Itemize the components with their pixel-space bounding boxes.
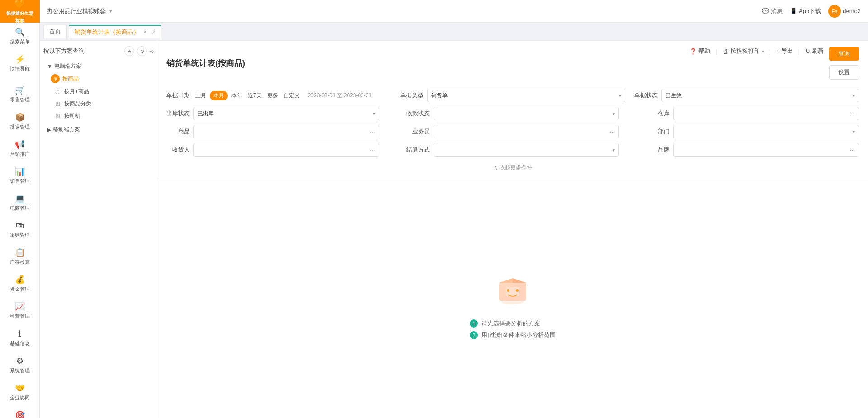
app-download-btn[interactable]: 📱 App下载: [790, 7, 821, 15]
left-panel-actions: + ⊙ «: [124, 46, 153, 56]
mobile-scheme-group: ▶ 移动端方案: [43, 124, 153, 135]
filter-sales-rep: 业务员 ···: [406, 125, 619, 138]
date-tab-7days[interactable]: 近7天: [246, 91, 264, 100]
warehouse-more[interactable]: ···: [849, 110, 855, 117]
scheme-product-icon: 按: [51, 74, 60, 83]
receiver-more[interactable]: ···: [370, 146, 375, 153]
message-btn[interactable]: 💬 消息: [762, 7, 783, 15]
sidebar-item-ops[interactable]: 📈 经营管理: [0, 297, 39, 324]
product-more[interactable]: ···: [370, 128, 375, 135]
left-panel: 按以下方案查询 + ⊙ « ▼ 电脑端方案: [40, 41, 157, 418]
sidebar-item-wholesale[interactable]: 📦 批发管理: [0, 108, 39, 135]
settle-input[interactable]: ▾: [434, 143, 619, 157]
help-icon: ❓: [689, 48, 697, 55]
doc-type-input[interactable]: 销货单 ▾: [427, 89, 625, 102]
sidebar-purchase-label: 采购管理: [10, 232, 30, 238]
receiver-input[interactable]: ···: [193, 143, 379, 157]
sidebar-item-purchase[interactable]: 🛍 采购管理: [0, 216, 39, 243]
sales-rep-input[interactable]: ···: [434, 125, 619, 138]
date-tab-more[interactable]: 更多: [265, 91, 280, 100]
collect-status-arrow: ▾: [613, 111, 615, 116]
scheme-by-category[interactable]: 图 按商品分类: [51, 98, 153, 110]
sidebar-item-corp[interactable]: 🤝 企业协同: [0, 379, 39, 406]
sidebar-wholesale-label: 批发管理: [10, 124, 30, 130]
date-tab-this-year[interactable]: 本年: [230, 91, 244, 100]
date-range-display: 2023-03-01 至 2023-03-31: [308, 92, 372, 100]
inventory-icon: 📋: [15, 247, 25, 257]
doc-type-arrow: ▾: [619, 93, 621, 98]
export-icon: ↑: [776, 48, 779, 55]
sidebar-item-finance[interactable]: 💰 资金管理: [0, 270, 39, 297]
collapse-arrow-icon: ∧: [494, 165, 498, 171]
ops-icon: 📈: [15, 302, 25, 312]
scheme-by-cashier[interactable]: 图 按司机: [51, 110, 153, 122]
settings-button[interactable]: 设置: [829, 65, 859, 80]
sidebar-sales-label: 销售管理: [10, 178, 30, 185]
sidebar-item-newbie[interactable]: 🎯 新手引导: [0, 406, 39, 418]
user-profile[interactable]: Ea demo2: [828, 5, 861, 18]
date-tab-custom[interactable]: 自定义: [282, 91, 302, 100]
sidebar-item-basic[interactable]: ℹ 基础信息: [0, 324, 39, 352]
tab-close-btn[interactable]: ×: [144, 29, 146, 34]
date-tab-this-month[interactable]: 本月: [210, 91, 228, 100]
doc-status-input[interactable]: 已生效 ▾: [661, 89, 859, 102]
filter-collect-status: 收款状态 ▾: [406, 107, 619, 120]
svg-point-4: [507, 289, 509, 292]
filter-row-3: 商品 ··· 业务员 ···: [166, 125, 859, 138]
sidebar-item-sales[interactable]: 📊 销售管理: [0, 162, 39, 189]
sidebar-inventory-label: 库存核算: [10, 259, 30, 266]
search-icon: 🔍: [15, 27, 25, 37]
mobile-group-header[interactable]: ▶ 移动端方案: [43, 124, 153, 135]
date-tab-last-month[interactable]: 上月: [193, 91, 208, 100]
print-btn[interactable]: 🖨 按模板打印 ▾: [723, 47, 764, 55]
sidebar-retail-label: 零售管理: [10, 96, 30, 103]
add-icon: +: [128, 48, 131, 54]
sidebar-item-retail[interactable]: 🛒 零售管理: [0, 81, 39, 108]
sidebar-item-ecom[interactable]: 💻 电商管理: [0, 189, 39, 216]
refresh-btn[interactable]: ↻ 刷新: [805, 47, 824, 55]
add-scheme-btn[interactable]: +: [124, 46, 134, 56]
tab-sales-report[interactable]: 销货单统计表（按商品） × ⤢: [69, 25, 161, 38]
scheme-by-product[interactable]: 按 按商品: [47, 72, 153, 86]
out-status-input[interactable]: 已出库 ▾: [193, 107, 379, 120]
dept-input[interactable]: ▾: [673, 125, 859, 138]
scheme-cashier-label: 按司机: [64, 112, 80, 120]
desktop-group-header[interactable]: ▼ 电脑端方案: [43, 61, 153, 72]
svg-point-5: [516, 289, 519, 292]
tab-home[interactable]: 首页: [43, 25, 67, 38]
tab-expand-btn[interactable]: ⤢: [151, 29, 156, 35]
query-button[interactable]: 查询: [829, 47, 859, 61]
sidebar-item-quick-nav[interactable]: ⚡ 快捷导航: [0, 50, 39, 77]
active-tab-label: 销货单统计表（按商品）: [75, 28, 139, 36]
brand-input[interactable]: ···: [673, 143, 859, 157]
sales-rep-more[interactable]: ···: [610, 128, 615, 135]
export-btn[interactable]: ↑ 导出: [776, 47, 793, 55]
brand-more[interactable]: ···: [849, 146, 855, 153]
scheme-cat-label: 按商品分类: [64, 100, 91, 108]
page-title: 销货单统计表(按商品): [166, 58, 245, 69]
collapse-panel-btn[interactable]: «: [150, 48, 153, 55]
product-input[interactable]: ···: [193, 125, 379, 138]
svg-marker-1: [499, 278, 513, 283]
sidebar-item-system[interactable]: ⚙ 系统管理: [0, 352, 39, 379]
step-2-number: 2: [470, 331, 478, 339]
company-dropdown-arrow[interactable]: ▾: [109, 8, 112, 14]
collapse-conditions-btn[interactable]: ∧ 收起更多条件: [166, 161, 859, 174]
filter-row-4: 收货人 ··· 结算方式 ▾: [166, 143, 859, 157]
help-btn[interactable]: ❓ 帮助: [689, 47, 710, 55]
sidebar-item-inventory[interactable]: 📋 库存核算: [0, 243, 39, 270]
company-name: 办公用品行业模拟账套: [47, 7, 106, 15]
sidebar-item-marketing[interactable]: 📢 营销推广: [0, 135, 39, 162]
topbar-right: 💬 消息 📱 App下载 Ea demo2: [762, 5, 861, 18]
warehouse-input[interactable]: ···: [673, 107, 859, 120]
dept-arrow: ▾: [853, 129, 855, 134]
doc-type-label: 单据类型: [400, 91, 424, 100]
collect-status-input[interactable]: ▾: [434, 107, 619, 120]
sidebar-corp-label: 企业协同: [10, 394, 30, 401]
newbie-icon: 🎯: [15, 410, 25, 418]
sidebar-item-search[interactable]: 🔍 搜索菜单: [0, 23, 39, 50]
edit-scheme-btn[interactable]: ⊙: [137, 46, 147, 56]
scheme-by-month-product[interactable]: 月 按月+商品: [51, 86, 153, 98]
scheme-product-label: 按商品: [62, 75, 79, 83]
app-logo[interactable]: 🧡 畅捷通好生意 标版: [0, 0, 40, 23]
